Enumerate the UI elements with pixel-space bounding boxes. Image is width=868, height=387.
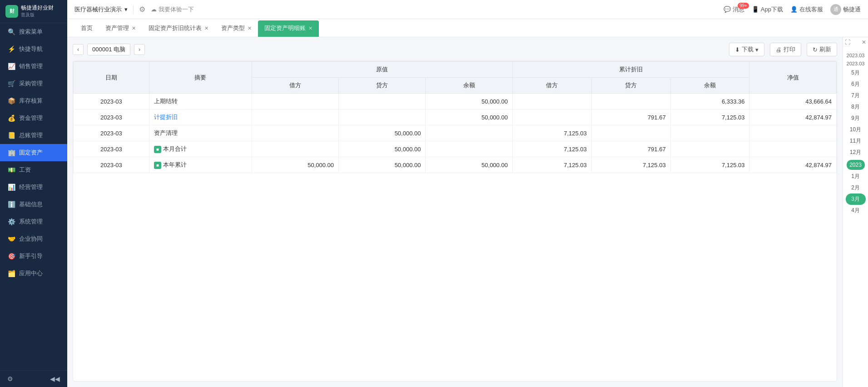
cell-summary: 上期结转 bbox=[149, 94, 252, 109]
timeline-close-icon[interactable]: ✕ bbox=[862, 39, 866, 45]
download-arrow-icon: ▾ bbox=[755, 46, 759, 53]
message-btn[interactable]: 💬 消息 99+ bbox=[724, 5, 744, 14]
company-selector[interactable]: 医疗器械行业演示 ▾ bbox=[74, 5, 128, 14]
print-btn[interactable]: 🖨 打印 bbox=[770, 43, 801, 56]
topbar: 医疗器械行业演示 ▾ ⚙ ☁ 我要体验一下 💬 消息 99+ 📱 App下载 👤… bbox=[67, 0, 868, 19]
sidebar-logo: 财 畅捷通好业财 普及版 bbox=[0, 0, 67, 23]
timeline-month[interactable]: 3月 bbox=[846, 194, 866, 205]
cell-depr-balance bbox=[670, 125, 749, 141]
data-table-wrapper: 日期 摘要 原值 累计折旧 净值 借方 贷方 余额 借方 贷方 余额 bbox=[73, 61, 837, 382]
online-service-btn[interactable]: 👤 在线客服 bbox=[790, 5, 823, 14]
sidebar-item-销售管理[interactable]: 📈销售管理 bbox=[0, 58, 67, 75]
tab-close-icon[interactable]: ✕ bbox=[248, 25, 252, 31]
sidebar-item-快捷导航[interactable]: ⚡快捷导航 bbox=[0, 40, 67, 58]
cell-orig-credit: 50,000.00 bbox=[339, 141, 426, 157]
sidebar-icon: 📈 bbox=[7, 62, 15, 70]
sidebar-icon: 🤝 bbox=[7, 235, 15, 243]
timeline-month[interactable]: 4月 bbox=[846, 205, 866, 216]
company-dropdown-icon: ▾ bbox=[124, 6, 128, 13]
cell-depr-debit: 7,125.03 bbox=[512, 125, 591, 141]
sidebar-item-总账管理[interactable]: 📒总账管理 bbox=[0, 127, 67, 144]
cell-orig-balance bbox=[426, 141, 512, 157]
settings-icon[interactable]: ⚙ bbox=[7, 375, 13, 382]
collapse-icon[interactable]: ◀◀ bbox=[50, 375, 60, 382]
sidebar-item-经营管理[interactable]: 📊经营管理 bbox=[0, 179, 67, 196]
refresh-label: 刷新 bbox=[819, 45, 831, 54]
timeline-month[interactable]: 11月 bbox=[846, 135, 866, 147]
company-name: 医疗器械行业演示 bbox=[74, 5, 122, 14]
cell-orig-debit bbox=[252, 109, 338, 125]
sidebar-item-工资[interactable]: 💵工资 bbox=[0, 161, 67, 179]
content-main: ‹ 000001 电脑 › ⬇ 下载 ▾ 🖨 打印 ↻ bbox=[67, 37, 843, 387]
sidebar-item-资金管理[interactable]: 💰资金管理 bbox=[0, 109, 67, 127]
refresh-btn[interactable]: ↻ 刷新 bbox=[807, 43, 837, 56]
trial-btn[interactable]: ☁ 我要体验一下 bbox=[151, 5, 194, 14]
next-asset-btn[interactable]: › bbox=[134, 44, 145, 55]
col-orig-balance: 余额 bbox=[426, 78, 512, 94]
timeline-end-label: 2023.03 bbox=[847, 61, 865, 66]
cell-orig-balance: 50,000.00 bbox=[426, 94, 512, 109]
sidebar-item-企业协同[interactable]: 🤝企业协同 bbox=[0, 230, 67, 248]
tab-首页[interactable]: 首页 bbox=[74, 20, 99, 37]
timeline-month[interactable]: 6月 bbox=[846, 79, 866, 90]
table-row: 2023-03 上期结转 50,000.00 6,333.36 43,666.6… bbox=[74, 94, 837, 109]
sidebar-icon: 🏢 bbox=[7, 149, 15, 157]
timeline-month[interactable]: 5月 bbox=[846, 67, 866, 79]
sidebar-item-基础信息[interactable]: ℹ️基础信息 bbox=[0, 196, 67, 213]
app-download-btn[interactable]: 📱 App下载 bbox=[752, 5, 783, 14]
sidebar-item-新手引导[interactable]: 🎯新手引导 bbox=[0, 248, 67, 265]
timeline-start-label: 2023.03 bbox=[847, 53, 865, 58]
summary-icon: ■ bbox=[154, 162, 161, 169]
timeline-month[interactable]: 1月 bbox=[846, 171, 866, 182]
cell-depr-balance: 6,333.36 bbox=[670, 94, 749, 109]
cell-date: 2023-03 bbox=[74, 157, 149, 173]
cell-orig-balance bbox=[426, 125, 512, 141]
cell-depr-debit bbox=[512, 109, 591, 125]
sidebar-label: 工资 bbox=[19, 166, 31, 174]
print-label: 打印 bbox=[784, 45, 795, 54]
col-accumulated-depr: 累计折旧 bbox=[512, 62, 749, 78]
sidebar-icon: 🔍 bbox=[7, 28, 15, 36]
timeline-month[interactable]: 12月 bbox=[846, 147, 866, 158]
cell-depr-credit: 791.67 bbox=[591, 109, 670, 125]
tab-资产类型[interactable]: 资产类型✕ bbox=[215, 20, 258, 37]
sidebar-label: 经营管理 bbox=[19, 183, 43, 191]
prev-asset-btn[interactable]: ‹ bbox=[73, 44, 84, 55]
summary-link[interactable]: 计提折旧 bbox=[154, 114, 178, 120]
settings-gear-icon[interactable]: ⚙ bbox=[139, 5, 145, 14]
timeline-month[interactable]: 2月 bbox=[846, 182, 866, 194]
timeline-month[interactable]: 8月 bbox=[846, 101, 866, 113]
user-label: 畅捷通 bbox=[843, 5, 861, 14]
download-btn[interactable]: ⬇ 下载 ▾ bbox=[729, 43, 764, 56]
timeline-month[interactable]: 10月 bbox=[846, 124, 866, 135]
timeline-expand-icon[interactable]: ⛶ bbox=[845, 39, 850, 45]
sidebar-item-搜索菜单[interactable]: 🔍搜索菜单 bbox=[0, 23, 67, 40]
tab-close-icon[interactable]: ✕ bbox=[308, 25, 312, 31]
app-label: App下载 bbox=[761, 5, 783, 14]
sidebar-item-系统管理[interactable]: ⚙️系统管理 bbox=[0, 213, 67, 230]
tab-固定资产折旧统计表[interactable]: 固定资产折旧统计表✕ bbox=[142, 20, 215, 37]
table-row: 2023-03 计提折旧 50,000.00 791.67 7,125.03 4… bbox=[74, 109, 837, 125]
logo-text: 畅捷通好业财 普及版 bbox=[21, 5, 54, 18]
sidebar-icon: 💰 bbox=[7, 114, 15, 122]
user-menu[interactable]: 通 畅捷通 bbox=[830, 4, 861, 15]
sidebar-item-应用中心[interactable]: 🗂️应用中心 bbox=[0, 265, 67, 282]
tab-资产管理[interactable]: 资产管理✕ bbox=[99, 20, 142, 37]
sidebar-icon: 📦 bbox=[7, 97, 15, 105]
timeline-month[interactable]: 9月 bbox=[846, 113, 866, 124]
cell-orig-balance: 50,000.00 bbox=[426, 157, 512, 173]
timeline-month[interactable]: 7月 bbox=[846, 90, 866, 101]
sidebar-icon: ⚙️ bbox=[7, 218, 15, 226]
download-label: 下载 bbox=[742, 45, 754, 54]
sidebar-label: 应用中心 bbox=[19, 269, 43, 278]
timeline-items: 5月6月7月8月9月10月11月12月20231月2月3月4月 bbox=[846, 67, 866, 216]
sidebar-item-采购管理[interactable]: 🛒采购管理 bbox=[0, 75, 67, 92]
tab-固定资产明细账[interactable]: 固定资产明细账✕ bbox=[258, 20, 319, 37]
timeline-year[interactable]: 2023 bbox=[847, 160, 865, 170]
tab-close-icon[interactable]: ✕ bbox=[204, 25, 208, 31]
tab-close-icon[interactable]: ✕ bbox=[132, 25, 136, 31]
avatar: 通 bbox=[830, 4, 841, 15]
cell-summary: ■本年累计 bbox=[149, 157, 252, 173]
sidebar-item-库存核算[interactable]: 📦库存核算 bbox=[0, 92, 67, 109]
sidebar-item-固定资产[interactable]: 🏢固定资产 bbox=[0, 144, 67, 161]
